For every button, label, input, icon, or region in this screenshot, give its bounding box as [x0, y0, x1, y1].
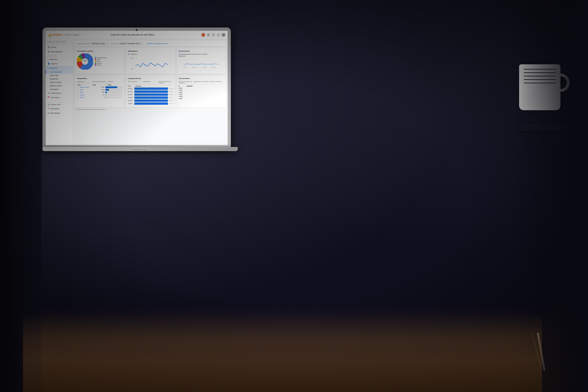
analytics-logo-icon [48, 33, 52, 37]
behavior-row: 76.36% 0.00 % [128, 96, 173, 99]
laptop: Analytics Tous les comptes > Copie de To… [42, 28, 238, 151]
sidebar-item-decouverte[interactable]: 📍 Découverte [46, 106, 73, 111]
pie-chart-svg: 31.3% [77, 54, 93, 70]
conversions-top-title: Conversions [179, 50, 224, 52]
svg-text:31.3%: 31.3% [83, 60, 87, 61]
hands-area [23, 314, 542, 392]
search-input[interactable] [47, 40, 72, 43]
table-row: 0.00% [179, 90, 224, 91]
location-icon: 📍 [48, 108, 50, 110]
laptop-brand: MacBook Air [133, 149, 147, 151]
modify-channels-btn[interactable]: Modifier le groupe de canaux [146, 42, 168, 45]
behavior-row: 82.87% 0.00 % [128, 90, 173, 93]
behavior-row: 81.81% 0.00 % [128, 88, 173, 90]
svg-text:17 août: 17 août [202, 66, 206, 68]
sidebar: 🏠 Accueil ★ Personnalisation RAPPORTS [46, 39, 73, 145]
conversions-legend: Newsletter sign in (Taux de conversion –… [182, 54, 208, 55]
table-row: 3 Direct 556 [77, 92, 122, 93]
table-row: 0.00% [179, 88, 224, 89]
table-row: 0.00% [179, 96, 224, 97]
sidebar-item-temps-reel[interactable]: ● Temps réel [46, 57, 73, 62]
svg-text:1 août: 1 août [134, 72, 138, 72]
dimension-select[interactable]: Principaux canaux [91, 42, 109, 45]
analytics-logo-text: Analytics [52, 34, 63, 36]
svg-text:24 août: 24 août [163, 72, 168, 72]
grid-icon[interactable]: ⊞ [206, 33, 210, 37]
conversions-table-header: Taux de conversion de l'Objectif 1 Réali… [179, 81, 224, 84]
help-icon[interactable]: ? [212, 33, 215, 37]
svg-rect-1 [50, 34, 50, 36]
ga-logo: Analytics [48, 33, 63, 37]
utilisateurs-svg: 400 300 1 août 10 a [128, 56, 173, 72]
sidebar-label-conversions: Conversions [51, 97, 60, 98]
legend-social: Social [95, 59, 106, 60]
sidebar-item-comportement[interactable]: 🖱 Comportement [46, 91, 73, 95]
sidebar-sub-search-console[interactable]: Search Console [46, 80, 73, 84]
svg-text:29 août: 29 août [212, 66, 216, 68]
svg-rect-0 [48, 35, 49, 36]
sidebar-item-home[interactable]: 🏠 Accueil [46, 45, 73, 49]
svg-text:5 août: 5 août [183, 66, 186, 68]
laptop-base: MacBook Air [42, 147, 238, 151]
footer-note: Pour afficher l'ensemble des 5 Canaux, v… [75, 108, 226, 110]
sidebar-label-temps-reel: Temps réel [50, 58, 58, 60]
sidebar-search-area [46, 39, 73, 45]
laptop-screen: Analytics Tous les comptes > Copie de To… [46, 31, 228, 145]
behavior-row: 83.65% 0.00 % [128, 100, 173, 102]
table-row: 0.00% [179, 98, 224, 99]
bottom-charts-grid: Acquisition Utilisateurs ▾ Nouveaux util… [75, 76, 226, 107]
conversions-top-card: Conversions Newsletter sign in (Taux de … [177, 48, 226, 74]
sidebar-item-conversions[interactable]: 🚩 Conversions [46, 95, 73, 100]
acquisition-total-row: 7 146 7 041 8 100 [77, 84, 122, 86]
sidebar-section-rapports: RAPPORTS [46, 54, 73, 57]
sidebar-item-attribution[interactable]: 📊 Attribution NEW [46, 102, 73, 106]
google-analytics-ui: Analytics Tous les comptes > Copie de To… [46, 31, 228, 145]
acquisition-table-header: Utilisateurs ▾ Nouveaux utilisateurs Ses… [77, 81, 122, 83]
conversion-label: Conversion [111, 43, 118, 44]
more-icon[interactable]: ⋮ [216, 33, 220, 37]
conversions-table-card: Conversions Taux de conversion de l'Obje… [177, 76, 226, 107]
sidebar-sub-vue-ensemble[interactable]: Vue d'ensemble [46, 70, 73, 74]
dimension-filter: Dimension principale Principaux canaux [77, 42, 109, 45]
sidebar-item-personnalisation[interactable]: ★ Personnalisation [46, 49, 73, 54]
sidebar-sub-campagnes[interactable]: Campagnes [46, 88, 73, 91]
sidebar-sub-reseaux-sociaux[interactable]: Réseaux sociaux [46, 84, 73, 88]
principaux-canaux-title: Principaux canaux [77, 50, 122, 52]
main-content: Dimension principale Principaux canaux C… [73, 39, 228, 145]
behavior-row: 75.00% 0.00 % [128, 102, 173, 105]
legend-direct: Direct [95, 61, 106, 62]
sidebar-item-audience[interactable]: 👤 Audience [46, 62, 73, 66]
sidebar-sub-google-ads[interactable]: Google Ads [46, 77, 73, 80]
comportement-table-card: Comportement Taux de rebond Pages/sess. … [126, 76, 175, 107]
acquisition-table-card: Acquisition Utilisateurs ▾ Nouveaux util… [75, 76, 124, 107]
table-row: 2 Social 1 529 [77, 89, 122, 91]
sidebar-label-perso: Personnalisation [50, 51, 62, 52]
utilisateurs-legend: Utilisateurs [130, 54, 137, 55]
table-row: 5 (Other) 1 [77, 96, 122, 98]
comportement-table-header: Taux de rebond Pages/sess. Durée moyenne… [128, 81, 173, 84]
conversions-chart: 5 août 12 août 17 août 29 août [179, 58, 224, 71]
legend-other: (Other) [95, 64, 106, 66]
sidebar-item-acquisition[interactable]: ▾ Acquisition [46, 66, 73, 70]
svg-text:300: 300 [131, 68, 134, 70]
avatar-icon[interactable] [222, 33, 225, 37]
conversions-value: 100.00 % [179, 55, 224, 57]
person-icon: 👤 [48, 63, 50, 65]
top-charts-grid: Principaux canaux [75, 48, 226, 74]
svg-text:10 août: 10 août [144, 72, 148, 72]
utilisateurs-chart: 400 300 1 août 10 a [128, 56, 173, 72]
profile-icon[interactable]: P [202, 33, 205, 37]
filters-bar: Dimension principale Principaux canaux C… [75, 41, 226, 46]
svg-text:12 août: 12 août [192, 66, 196, 68]
conversion-select[interactable]: Objectif 1: Newsletter sign in [119, 42, 144, 45]
table-row: 1 Organic Search 5 013 [77, 86, 122, 88]
flag-icon: 🚩 [48, 96, 50, 98]
sidebar-item-administration[interactable]: ⚙ Administration [46, 111, 73, 115]
sidebar-label-acquisition: Acquisition [50, 67, 57, 69]
main-area: 🏠 Accueil ★ Personnalisation RAPPORTS [46, 39, 228, 145]
sidebar-label-comportement: Comportement [50, 92, 61, 94]
comportement-table-title: Comportement [128, 78, 173, 80]
behavior-row: 80.32% 0.00 % [128, 94, 173, 96]
table-row: 0.00% [179, 92, 224, 93]
sidebar-sub-tout-trafic[interactable]: Tout le trafic [46, 74, 73, 77]
